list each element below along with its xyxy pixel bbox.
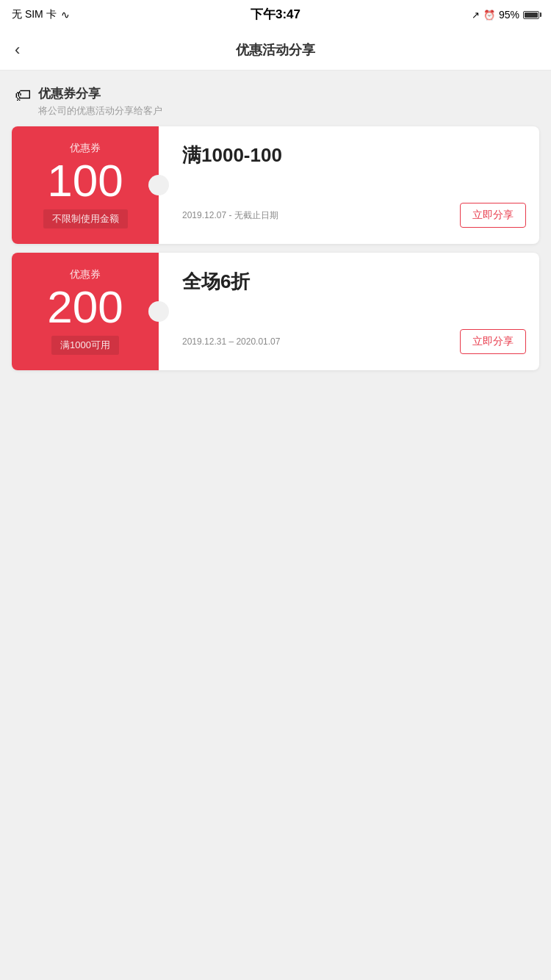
battery-icon (523, 11, 539, 19)
status-bar: 无 SIM 卡 ∿ 下午3:47 ↗ ⏰ 95% (0, 0, 551, 29)
coupon-icon: 🏷 (15, 86, 31, 105)
coupon-name: 满1000-100 (182, 143, 526, 168)
coupon-stub: 优惠券 200 满1000可用 (12, 253, 159, 370)
coupon-footer: 2019.12.07 - 无截止日期 立即分享 (182, 203, 526, 228)
coupon-card: 优惠券 200 满1000可用 全场6折 2019.12.31 – 2020.0… (12, 253, 539, 370)
section-subtitle: 将公司的优惠活动分享给客户 (38, 104, 162, 118)
coupon-list: 优惠券 100 不限制使用金额 满1000-100 2019.12.07 - 无… (0, 126, 551, 370)
status-time: 下午3:47 (251, 6, 300, 23)
empty-area (0, 370, 551, 782)
coupon-restriction: 满1000可用 (51, 336, 119, 355)
nav-bar: ‹ 优惠活动分享 (0, 29, 551, 71)
coupon-date: 2019.12.07 - 无截止日期 (182, 209, 278, 222)
coupon-card: 优惠券 100 不限制使用金额 满1000-100 2019.12.07 - 无… (12, 126, 539, 244)
coupon-label: 优惠券 (70, 142, 101, 155)
section-title: 优惠券分享 (38, 85, 162, 102)
status-right: ↗ ⏰ 95% (472, 9, 539, 21)
section-text: 优惠券分享 将公司的优惠活动分享给客户 (38, 85, 162, 118)
share-button[interactable]: 立即分享 (460, 329, 526, 354)
back-button[interactable]: ‹ (15, 40, 20, 60)
alarm-icon: ⏰ (483, 10, 495, 21)
coupon-content: 全场6折 2019.12.31 – 2020.01.07 立即分享 (159, 253, 539, 370)
location-icon: ↗ (472, 10, 480, 21)
coupon-amount: 200 (47, 284, 123, 330)
coupon-footer: 2019.12.31 – 2020.01.07 立即分享 (182, 329, 526, 354)
share-button[interactable]: 立即分享 (460, 203, 526, 228)
wifi-icon: ∿ (61, 9, 70, 21)
sim-label: 无 SIM 卡 (12, 8, 57, 21)
coupon-amount: 100 (47, 158, 123, 203)
status-left: 无 SIM 卡 ∿ (12, 8, 70, 21)
coupon-label: 优惠券 (70, 268, 101, 281)
page-title: 优惠活动分享 (236, 41, 315, 59)
coupon-stub: 优惠券 100 不限制使用金额 (12, 126, 159, 244)
coupon-name: 全场6折 (182, 269, 526, 295)
battery-percent: 95% (499, 9, 519, 21)
coupon-date: 2019.12.31 – 2020.01.07 (182, 336, 280, 347)
coupon-content: 满1000-100 2019.12.07 - 无截止日期 立即分享 (159, 126, 539, 244)
section-header: 🏷 优惠券分享 将公司的优惠活动分享给客户 (0, 71, 551, 126)
back-icon: ‹ (15, 40, 20, 60)
coupon-restriction: 不限制使用金额 (43, 209, 128, 228)
